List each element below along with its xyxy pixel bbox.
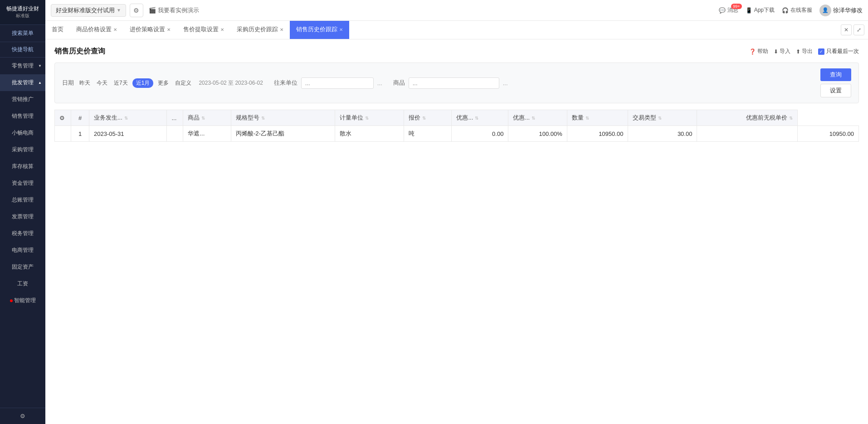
settings-btn[interactable]: 设置: [820, 84, 851, 97]
tab-purchase-history[interactable]: 采购历史价跟踪 ✕: [230, 21, 290, 39]
product-filter-group: 商品 ...: [393, 77, 508, 89]
help-label: 帮助: [757, 48, 768, 55]
date-opt-last7[interactable]: 近7天: [112, 78, 130, 88]
cell-num: 1: [71, 126, 89, 142]
last-only-checkbox[interactable]: ✓ 只看最后一次: [818, 48, 859, 55]
last-only-label: 只看最后一次: [826, 48, 859, 55]
filter-row: 日期 昨天 今天 近7天 近1月 更多 自定义 2023-05-02 至 202…: [62, 68, 851, 97]
sidebar-item-ecommerce-small[interactable]: 小畅电商: [0, 125, 45, 141]
col-qty[interactable]: 数量 ⇅: [567, 110, 628, 126]
messages-badge: 99+: [731, 4, 741, 9]
tab-price-setting[interactable]: 商品价格设置 ✕: [70, 21, 123, 39]
sidebar-item-sales[interactable]: 销售管理: [0, 108, 45, 125]
sort-icon: ⇅: [475, 116, 478, 120]
col-unit[interactable]: 计量单位 ⇅: [335, 110, 404, 126]
col-discount-amt[interactable]: 优惠... ⇅: [508, 110, 567, 126]
user-info[interactable]: 👤 徐泽华修改: [819, 5, 863, 16]
from-unit-input[interactable]: [301, 77, 374, 89]
app-selector[interactable]: 好业财标准版交付试用 ▼: [51, 4, 126, 17]
sidebar-item-ecommerce[interactable]: 电商管理: [0, 242, 45, 259]
tab-sale-history[interactable]: 销售历史价跟踪 ✕: [290, 21, 349, 39]
header-settings-btn[interactable]: ⚙: [130, 4, 143, 17]
col-price[interactable]: 报价 ⇅: [404, 110, 452, 126]
col-pretax-price-label: 优惠前无税单价: [746, 114, 787, 122]
import-label: 导入: [780, 48, 790, 55]
export-label: 导出: [802, 48, 813, 55]
sort-icon: ⇅: [532, 116, 535, 120]
header-right: 💬 消息 99+ 📱 App下载 🎧 在线客服 👤 徐泽华修改: [719, 5, 863, 16]
date-opt-custom[interactable]: 自定义: [173, 78, 193, 88]
sidebar-item-ledger[interactable]: 总账管理: [0, 192, 45, 208]
sidebar-item-marketing[interactable]: 营销推广: [0, 91, 45, 108]
tab-purchase-strategy[interactable]: 进价策略设置 ✕: [123, 21, 177, 39]
col-trade-type[interactable]: 交易类型 ⇅: [628, 110, 697, 126]
close-icon[interactable]: ✕: [280, 27, 283, 32]
sidebar-item-purchase[interactable]: 采购管理: [0, 141, 45, 158]
col-qty-label: 数量: [572, 114, 584, 122]
cell-unit-type: 散水: [335, 126, 404, 142]
help-link[interactable]: ❓ 帮助: [749, 48, 768, 55]
sidebar-item-salary[interactable]: 工资: [0, 275, 45, 292]
date-opt-today[interactable]: 今天: [95, 78, 109, 88]
product-more-btn[interactable]: ...: [503, 80, 508, 87]
date-opt-more[interactable]: 更多: [156, 78, 171, 88]
date-opt-yesterday[interactable]: 昨天: [78, 78, 92, 88]
logo-sub: 标准版: [16, 13, 29, 19]
cell-product: 华遮...: [183, 126, 231, 142]
cell-more: [167, 126, 183, 142]
demo-btn[interactable]: 🎬 我要看实例演示: [149, 6, 199, 14]
sidebar-settings-btn[interactable]: ⚙: [0, 408, 45, 424]
query-btn[interactable]: 查询: [820, 68, 851, 81]
sidebar-item-smart[interactable]: 智能管理: [0, 292, 45, 309]
from-unit-more-btn[interactable]: ...: [377, 80, 382, 87]
col-product[interactable]: 商品 ⇅: [183, 110, 231, 126]
main-area: 好业财标准版交付试用 ▼ ⚙ 🎬 我要看实例演示 💬 消息 99+ 📱 App下…: [45, 0, 868, 424]
data-table: ⚙ # 业务发生... ⇅ ...: [54, 110, 859, 142]
col-more[interactable]: ...: [167, 110, 183, 126]
import-link[interactable]: ⬇ 导入: [774, 48, 790, 55]
export-link[interactable]: ⬆ 导出: [796, 48, 813, 55]
close-icon[interactable]: ✕: [113, 27, 117, 32]
sidebar-item-tax[interactable]: 税务管理: [0, 225, 45, 242]
tab-sale-history-label: 销售历史价跟踪: [296, 25, 337, 34]
sidebar: 畅捷通好业财 标准版 搜索菜单 快捷导航 零售管理 批发管理 营销推广 销售管理…: [0, 0, 45, 424]
sidebar-item-retail[interactable]: 零售管理: [0, 58, 45, 74]
sort-icon: ⇅: [201, 116, 205, 120]
sidebar-item-finance[interactable]: 资金管理: [0, 175, 45, 192]
col-pretax-price[interactable]: 优惠前无税单价 ⇅: [697, 110, 798, 126]
messages-btn[interactable]: 💬 消息 99+: [719, 6, 738, 14]
product-input[interactable]: [409, 77, 499, 89]
close-icon[interactable]: ✕: [167, 27, 171, 32]
download-icon: 📱: [746, 7, 752, 14]
message-icon: 💬: [719, 7, 726, 14]
col-discount-pct[interactable]: 优惠... ⇅: [452, 110, 508, 126]
date-filter-group: 日期 昨天 今天 近7天 近1月 更多 自定义 2023-05-02 至 202…: [62, 78, 263, 88]
close-icon[interactable]: ✕: [220, 27, 224, 32]
sidebar-item-inventory[interactable]: 库存核算: [0, 158, 45, 175]
sidebar-item-wholesale[interactable]: 批发管理: [0, 74, 45, 91]
chevron-down-icon: ▼: [117, 8, 121, 13]
tab-home-label: 首页: [52, 25, 63, 34]
sidebar-item-assets[interactable]: 固定资产: [0, 259, 45, 275]
tab-maximize-btn[interactable]: ⤢: [853, 24, 864, 35]
date-opt-last1m[interactable]: 近1月: [132, 78, 154, 88]
sidebar-item-invoice[interactable]: 发票管理: [0, 208, 45, 225]
col-date[interactable]: 业务发生... ⇅: [89, 110, 167, 126]
avatar: 👤: [819, 5, 831, 16]
app-download-btn[interactable]: 📱 App下载: [746, 6, 775, 14]
col-spec[interactable]: 规格型号 ⇅: [231, 110, 335, 126]
table-header-row: ⚙ # 业务发生... ⇅ ...: [55, 110, 859, 126]
close-icon[interactable]: ✕: [339, 27, 343, 32]
tab-home[interactable]: 首页: [45, 21, 70, 39]
tabs-bar-actions: ✕ ⤢: [837, 24, 868, 35]
col-unit-label: 计量单位: [340, 114, 363, 122]
sidebar-search[interactable]: 搜索菜单: [0, 25, 45, 42]
tab-sale-extract[interactable]: 售价提取设置 ✕: [177, 21, 230, 39]
online-service-btn[interactable]: 🎧 在线客服: [782, 6, 812, 14]
col-settings[interactable]: ⚙: [55, 110, 71, 126]
sidebar-quicknav[interactable]: 快捷导航: [0, 42, 45, 58]
checkbox-icon: ✓: [818, 48, 824, 55]
service-icon: 🎧: [782, 7, 789, 14]
tab-purchase-history-label: 采购历史价跟踪: [237, 25, 278, 34]
tab-close-btn[interactable]: ✕: [841, 24, 852, 35]
